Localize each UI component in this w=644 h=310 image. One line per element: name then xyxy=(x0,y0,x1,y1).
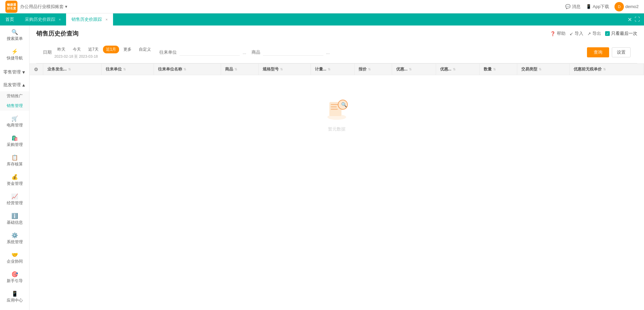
th-discount1[interactable]: 优惠... ⇅ xyxy=(392,64,436,75)
sidebar-item-wholesale-label: 批发管理 xyxy=(3,82,21,88)
export-btn[interactable]: ↗ 导出 xyxy=(587,31,601,37)
sort-arrows-trade-type: ⇅ xyxy=(539,67,541,71)
th-gear[interactable]: ⚙ xyxy=(30,64,43,75)
date-btn-custom[interactable]: 自定义 xyxy=(136,46,154,53)
gear-icon: ⚙ xyxy=(34,67,38,72)
th-partner-name[interactable]: 往来单位名称 ⇅ xyxy=(154,64,221,75)
th-goods[interactable]: 商品 ⇅ xyxy=(221,64,258,75)
import-btn[interactable]: ↙ 导入 xyxy=(570,31,583,37)
main-layout: 🔍 搜索菜单 ⚡ 快捷导航 零售管理 ▼ 批发管理 ▲ 营销推广 销售管理 🛒 xyxy=(0,25,644,310)
th-discount2-label: 优惠... xyxy=(440,66,451,72)
page-actions: ❓ 帮助 ↙ 导入 ↗ 导出 ✓ 只看最后一次 xyxy=(550,31,637,37)
sidebar-item-finance[interactable]: 💰 资金管理 xyxy=(0,170,29,190)
tab-sales-close[interactable]: × xyxy=(105,17,107,21)
date-btn-7days[interactable]: 近7天 xyxy=(85,46,102,53)
sidebar-sub-marketing-label: 营销推广 xyxy=(7,94,23,98)
sidebar-item-basic[interactable]: ℹ️ 基础信息 xyxy=(0,209,29,229)
sidebar-sub-marketing[interactable]: 营销推广 xyxy=(0,91,29,101)
th-partner-name-label: 往来单位名称 xyxy=(158,66,182,72)
sidebar-item-search-label: 搜索菜单 xyxy=(7,36,23,42)
th-biz-date[interactable]: 业务发生... ⇅ xyxy=(43,64,101,75)
sidebar-item-finance-label: 资金管理 xyxy=(7,181,23,187)
date-btn-yesterday[interactable]: 昨天 xyxy=(54,46,68,53)
th-quote[interactable]: 报价 ⇅ xyxy=(355,64,392,75)
help-icon: ❓ xyxy=(550,31,555,36)
sidebar-item-ecommerce-label: 电商管理 xyxy=(7,122,23,128)
sidebar-item-guide[interactable]: 🎯 新手引导 xyxy=(0,268,29,287)
sidebar-item-search[interactable]: 🔍 搜索菜单 xyxy=(0,25,29,45)
sidebar-item-wholesale[interactable]: 批发管理 ▲ xyxy=(0,79,29,91)
help-btn[interactable]: ❓ 帮助 xyxy=(550,31,566,37)
sidebar-sub-sales-mgmt[interactable]: 销售管理 xyxy=(0,101,29,111)
sort-arrows-spec: ⇅ xyxy=(280,67,283,71)
message-label: 消息 xyxy=(572,4,581,10)
sort-arrows-goods: ⇅ xyxy=(234,67,237,71)
date-btn-1month[interactable]: 近1月 xyxy=(103,46,119,53)
page-title-row: 销售历史价查询 ❓ 帮助 ↙ 导入 ↗ 导出 ✓ xyxy=(36,30,637,38)
app-download-btn[interactable]: 📱 App下载 xyxy=(586,4,609,10)
goods-filter-group: 商品 ... xyxy=(252,49,330,56)
tab-purchase-label: 采购历史价跟踪 xyxy=(25,16,55,22)
sidebar-item-wechat[interactable]: 💬 企业微信 xyxy=(0,307,29,310)
sidebar-item-enterprise[interactable]: 🤝 企业协同 xyxy=(0,248,29,268)
sort-arrows-quote: ⇅ xyxy=(368,67,371,71)
sidebar-item-quick[interactable]: ⚡ 快捷导航 xyxy=(0,45,29,64)
tab-purchase-close[interactable]: × xyxy=(59,17,61,21)
system-icon: ⚙️ xyxy=(11,232,18,239)
user-menu[interactable]: D demo2 xyxy=(614,2,639,11)
last-only-label: 只看最后一次 xyxy=(611,31,637,37)
th-spec[interactable]: 规格型号 ⇅ xyxy=(258,64,311,75)
svg-rect-2 xyxy=(331,104,339,105)
tab-sales[interactable]: 销售历史价跟踪 × xyxy=(66,13,113,25)
close-window-btn[interactable]: ✕ xyxy=(628,16,632,23)
query-button[interactable]: 查询 xyxy=(587,47,609,57)
last-only-checkbox-container[interactable]: ✓ 只看最后一次 xyxy=(605,31,637,37)
ecommerce-icon: 🛒 xyxy=(11,115,18,122)
partner-input[interactable] xyxy=(179,49,240,56)
sidebar-item-inventory[interactable]: 📋 库存核算 xyxy=(0,151,29,170)
date-btn-today[interactable]: 今天 xyxy=(70,46,84,53)
th-pretax-price[interactable]: 优惠前无税单价 ⇅ xyxy=(569,64,644,75)
quick-icon: ⚡ xyxy=(11,48,18,55)
th-spec-label: 规格型号 xyxy=(263,66,279,72)
sidebar-item-system[interactable]: ⚙️ 系统管理 xyxy=(0,229,29,248)
sidebar-item-retail[interactable]: 零售管理 ▼ xyxy=(0,66,29,79)
sidebar-item-operations[interactable]: 📈 经营管理 xyxy=(0,190,29,209)
sidebar-item-apps[interactable]: 📱 应用中心 xyxy=(0,287,29,307)
tab-home[interactable]: 首页 xyxy=(0,13,19,25)
empty-text: 暂元数据 xyxy=(328,126,345,132)
tab-purchase[interactable]: 采购历史价跟踪 × xyxy=(19,13,66,25)
partner-label: 往来单位 xyxy=(159,49,177,55)
date-label: 日期 xyxy=(43,49,52,55)
empty-icon: 🔍 xyxy=(323,95,350,122)
th-discount2[interactable]: 优惠... ⇅ xyxy=(436,64,479,75)
date-range-display: 2023-02-18 至 2023-03-18 xyxy=(54,54,154,59)
app-selector[interactable]: 办公用品行业模拟账套 ▾ xyxy=(20,4,67,10)
settings-button[interactable]: 设置 xyxy=(612,47,631,57)
logo-text: 畅捷通好生意 xyxy=(7,3,16,10)
sort-arrows-biz-date: ⇅ xyxy=(68,67,71,71)
empty-state: 🔍 暂元数据 xyxy=(30,75,644,152)
th-qty[interactable]: 数量 ⇅ xyxy=(479,64,517,75)
maximize-btn[interactable]: ⛶ xyxy=(635,16,640,22)
last-only-checkbox[interactable]: ✓ xyxy=(605,31,610,36)
sort-arrows-pretax-price: ⇅ xyxy=(603,67,606,71)
sidebar-item-guide-label: 新手引导 xyxy=(7,278,23,284)
filter-actions: 查询 设置 xyxy=(587,47,631,57)
date-btn-more[interactable]: 更多 xyxy=(120,46,135,53)
sidebar-item-retail-label: 零售管理 xyxy=(3,69,21,75)
finance-icon: 💰 xyxy=(11,174,18,180)
guide-icon: 🎯 xyxy=(11,271,18,277)
import-icon: ↙ xyxy=(570,31,573,36)
sort-arrows-unit: ⇅ xyxy=(328,67,330,71)
th-trade-type[interactable]: 交易类型 ⇅ xyxy=(517,64,569,75)
sidebar-item-quick-label: 快捷导航 xyxy=(7,55,23,61)
th-partner-code[interactable]: 往来单位 ⇅ xyxy=(101,64,154,75)
sidebar-item-purchase[interactable]: 🛍️ 采购管理 xyxy=(0,132,29,151)
goods-input[interactable] xyxy=(263,49,323,56)
svg-rect-4 xyxy=(331,109,338,110)
sidebar-item-ecommerce[interactable]: 🛒 电商管理 xyxy=(0,112,29,132)
message-btn[interactable]: 💬 消息 xyxy=(565,4,581,10)
th-unit[interactable]: 计量... ⇅ xyxy=(311,64,354,75)
svg-text:🔍: 🔍 xyxy=(341,102,347,108)
